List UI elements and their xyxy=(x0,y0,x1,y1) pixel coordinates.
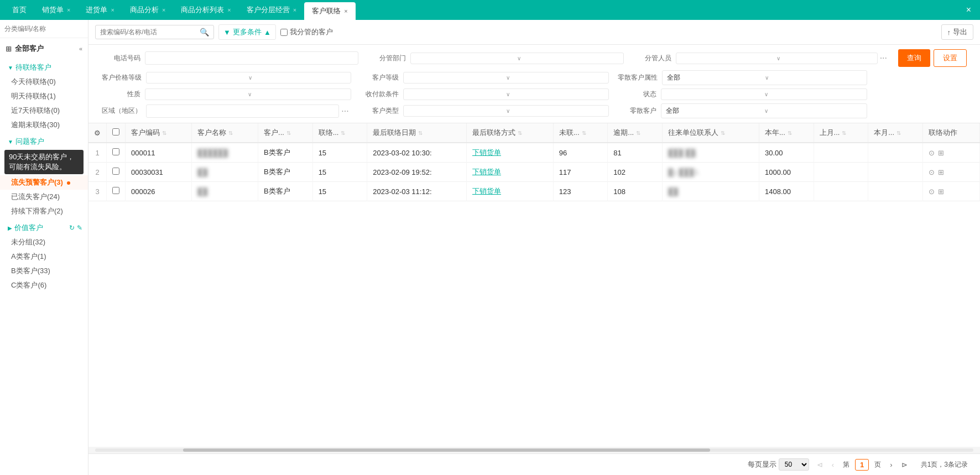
close-icon[interactable]: × xyxy=(344,8,347,14)
sort-icon[interactable]: ⇅ xyxy=(286,130,291,136)
filter-customer-type-select[interactable]: ∨ xyxy=(403,105,609,117)
sidebar-item-churn-warning[interactable]: 流失预警客户(3) xyxy=(0,175,88,190)
last-page-icon[interactable]: ⊳ xyxy=(898,460,911,470)
filter-status-select[interactable]: ∨ xyxy=(661,88,867,100)
sort-icon[interactable]: ⇅ xyxy=(582,130,586,136)
sidebar-item-today-pending[interactable]: 今天待联络(0) xyxy=(0,75,88,89)
filter-customer-grade-select[interactable]: ∨ xyxy=(403,72,609,83)
filter-retail-attr-select[interactable]: 全部 ∨ xyxy=(662,70,867,85)
tab-customer-segmentation[interactable]: 客户分层经营 × xyxy=(239,0,304,20)
tab-sales[interactable]: 销货单 × xyxy=(34,0,78,20)
contact-icon[interactable]: ⊙ xyxy=(929,168,935,176)
edit-icon[interactable]: ✎ xyxy=(77,224,82,232)
sidebar-item-tomorrow-pending[interactable]: 明天待联络(1) xyxy=(0,89,88,103)
sort-icon[interactable]: ⇅ xyxy=(418,130,423,136)
sidebar-group-problem-header[interactable]: ▼ 问题客户 xyxy=(0,134,88,149)
row-this-year: 1408.00 xyxy=(759,182,814,201)
sort-icon[interactable]: ⇅ xyxy=(228,130,233,136)
close-icon[interactable]: × xyxy=(162,7,165,13)
more-action-icon[interactable]: ⊞ xyxy=(938,187,944,196)
sort-icon[interactable]: ⇅ xyxy=(842,130,846,136)
contact-icon[interactable]: ⊙ xyxy=(929,149,935,157)
row-code: 000026 xyxy=(126,182,192,201)
filter-nature-select[interactable]: ∨ xyxy=(145,88,351,100)
select-all-checkbox[interactable] xyxy=(112,128,119,135)
sidebar-item-class-c[interactable]: C类客户(6) xyxy=(0,278,88,293)
filter-person-select[interactable]: ∨ xyxy=(676,53,878,64)
more-action-icon[interactable]: ⊞ xyxy=(938,149,944,157)
close-icon[interactable]: × xyxy=(227,7,231,13)
filter-payment-select[interactable]: ∨ xyxy=(403,88,609,100)
row-checkbox[interactable] xyxy=(107,182,126,201)
next-page-icon[interactable]: › xyxy=(887,460,895,470)
sidebar-item-churned[interactable]: 已流失客户(24) xyxy=(0,190,88,204)
export-button[interactable]: ↑ 导出 xyxy=(941,24,974,40)
row-select-checkbox[interactable] xyxy=(112,187,119,194)
scrollbar-thumb[interactable] xyxy=(183,448,710,452)
sort-icon[interactable]: ⇅ xyxy=(341,130,345,136)
row-last-contact-method[interactable]: 下销货单 xyxy=(466,143,553,163)
close-icon[interactable]: × xyxy=(293,7,296,13)
filter-price-grade-select[interactable]: ∨ xyxy=(146,72,351,83)
row-select-checkbox[interactable] xyxy=(112,168,119,175)
chevron-down-icon: ∨ xyxy=(506,75,604,81)
sidebar-item-week-pending[interactable]: 近7天待联络(0) xyxy=(0,103,88,118)
tab-product-analysis[interactable]: 商品分析 × xyxy=(122,0,173,20)
my-customers-checkbox[interactable] xyxy=(280,29,288,36)
filter-search-input[interactable] xyxy=(100,28,200,36)
sidebar-group-pending-header[interactable]: ▼ 待联络客户 xyxy=(0,60,88,75)
row-contact-count: 15 xyxy=(312,163,367,182)
filter-region-input[interactable] xyxy=(146,105,339,118)
sort-icon[interactable]: ⇅ xyxy=(636,130,640,136)
more-options-icon[interactable]: ··· xyxy=(339,106,351,116)
sort-icon[interactable]: ⇅ xyxy=(162,130,166,136)
more-action-icon[interactable]: ⊞ xyxy=(938,168,944,176)
row-code: 00030031 xyxy=(126,163,192,182)
row-checkbox[interactable] xyxy=(107,143,126,163)
current-page[interactable]: 1 xyxy=(855,459,869,471)
col-settings[interactable]: ⚙ xyxy=(88,123,107,143)
tab-purchase[interactable]: 进货单 × xyxy=(78,0,122,20)
sidebar-item-ungroup[interactable]: 未分组(32) xyxy=(0,235,88,249)
filter-retail-customer-select[interactable]: 全部 ∨ xyxy=(661,103,867,118)
filter-search-icon[interactable]: 🔍 xyxy=(200,28,209,36)
sort-icon[interactable]: ⇅ xyxy=(896,130,901,136)
sidebar-item-declining[interactable]: 持续下滑客户(2) xyxy=(0,204,88,218)
per-page-select[interactable]: 50 100 200 xyxy=(779,458,809,471)
filter-more-button[interactable]: ▼ 更多条件 ▲ xyxy=(218,24,276,40)
refresh-icon[interactable]: ↻ xyxy=(69,224,75,232)
row-checkbox[interactable] xyxy=(107,163,126,182)
col-checkbox[interactable] xyxy=(107,123,126,143)
horizontal-scrollbar[interactable] xyxy=(88,447,980,453)
tab-customer-contact[interactable]: 客户联络 × xyxy=(304,2,355,20)
sidebar-all-customers[interactable]: ⊞ 全部客户 « xyxy=(0,40,88,57)
sidebar-item-overdue-contact[interactable]: 逾期未联络(30) xyxy=(0,118,88,132)
first-page-icon[interactable]: ⊲ xyxy=(814,460,826,470)
chevron-down-icon: ∨ xyxy=(765,75,862,81)
query-button[interactable]: 查询 xyxy=(898,49,930,67)
close-icon[interactable]: × xyxy=(111,7,114,13)
row-last-contact-method[interactable]: 下销货单 xyxy=(466,163,553,182)
contact-icon[interactable]: ⊙ xyxy=(929,187,935,196)
row-select-checkbox[interactable] xyxy=(112,148,119,155)
sort-icon[interactable]: ⇅ xyxy=(721,130,725,136)
more-options-icon[interactable]: ··· xyxy=(878,53,889,63)
sidebar-search-input[interactable] xyxy=(4,25,87,33)
tab-home[interactable]: 首页 xyxy=(4,0,34,20)
close-icon[interactable]: × xyxy=(67,7,70,13)
sidebar-item-class-b[interactable]: B类客户(33) xyxy=(0,264,88,278)
sidebar-group-value-header[interactable]: ▶ 价值客户 ↻ ✎ xyxy=(0,221,88,235)
filter-department-select[interactable]: ∨ xyxy=(410,53,624,64)
sidebar-item-class-a[interactable]: A类客户(1) xyxy=(0,249,88,264)
chevron-down-icon: ∨ xyxy=(506,108,604,114)
sort-icon[interactable]: ⇅ xyxy=(788,130,792,136)
prev-page-icon[interactable]: ‹ xyxy=(828,460,837,470)
tab-product-analysis-list[interactable]: 商品分析列表 × xyxy=(173,0,238,20)
row-last-contact-method[interactable]: 下销货单 xyxy=(466,182,553,201)
window-close-icon[interactable]: × xyxy=(962,5,976,15)
table-header-row: ⚙ 客户编码⇅ 客户名称⇅ 客户...⇅ 联络...⇅ 最后联络日期⇅ 最后联络… xyxy=(88,123,980,143)
collapse-icon[interactable]: « xyxy=(79,45,82,52)
filter-phone-input[interactable] xyxy=(145,51,358,65)
sort-icon[interactable]: ⇅ xyxy=(518,130,522,136)
settings-button[interactable]: 设置 xyxy=(934,49,967,67)
